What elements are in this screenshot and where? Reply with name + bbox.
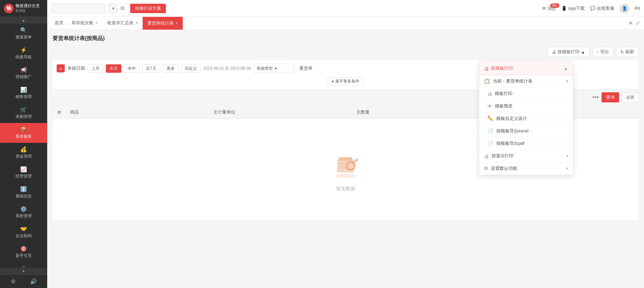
tab-order-summary[interactable]: 要货单统计表 × — [143, 17, 183, 30]
messages-btn[interactable]: ✉ 消息 99+ — [542, 5, 556, 11]
display-print-label: 按显示打印 — [492, 153, 514, 159]
sidebar-audio-icon[interactable]: 🔊 — [30, 278, 37, 285]
expand-more-btn[interactable]: ▾ 展开更多条件 — [327, 77, 364, 86]
tab-inventory-batch-close[interactable]: × — [95, 21, 98, 25]
sidebar-nav: 🔍 搜索菜单 ⚡ 快捷导航 📢 营销推广 📊 销售管理 🛒 采购管理 📦 库存核… — [0, 24, 47, 268]
tab-receivable-summary[interactable]: 收发存汇总表 × — [103, 17, 143, 30]
order-type-select[interactable]: 单据类型 ▾ — [254, 64, 294, 73]
print-chevron-up-icon: ▲ — [581, 50, 585, 55]
dropdown-item-template-preview[interactable]: 👁 模板预览 — [479, 100, 573, 113]
dropdown-item-export-excel[interactable]: 📄 按模板导出excel — [479, 125, 573, 137]
order-type-label: 单据类型 — [257, 66, 273, 71]
export-icon: ↑ — [597, 50, 599, 55]
tab-inventory-batch[interactable]: 库存批次账 × — [67, 17, 103, 30]
more-actions-icon[interactable]: ••• — [592, 94, 599, 101]
col-settings[interactable]: ⚙ — [53, 106, 66, 118]
sidebar-settings-icon[interactable]: ⚙ — [11, 278, 16, 285]
col-product: 商品 — [66, 106, 209, 119]
print-icon: 🖨 — [552, 50, 556, 55]
app-subtitle: 标准版 — [16, 8, 40, 13]
sidebar-item-label: 基础信息 — [16, 193, 32, 199]
quick-nav-icon: ⚡ — [20, 47, 27, 53]
date-btn-current-year[interactable]: 本年 — [124, 64, 140, 73]
avatar[interactable]: 👤 — [620, 4, 629, 13]
export-excel-label: 按模板导出excel — [496, 128, 528, 134]
trial-btn[interactable]: 体验行业方案 — [130, 4, 166, 13]
export-btn[interactable]: ↑ 导出 — [592, 47, 614, 57]
messages-badge: 99+ — [550, 3, 559, 8]
app-download-label: App下载 — [568, 5, 585, 11]
operations-icon: 📈 — [20, 166, 27, 172]
display-print-section[interactable]: 🖨 按显示打印 ▾ — [479, 150, 573, 162]
topbar-search-input[interactable] — [51, 4, 105, 13]
query-btn[interactable]: 查询 — [602, 92, 619, 102]
sidebar-item-label: 搜索菜单 — [16, 34, 32, 40]
tab-receivable-summary-close[interactable]: × — [136, 21, 138, 25]
svg-rect-2 — [339, 157, 352, 161]
sidebar-item-enterprise[interactable]: 🤝 企业协同 — [0, 222, 47, 242]
sidebar-item-app-center[interactable]: 📱 应用中心 — [0, 262, 47, 268]
col-unit: 主计量单位 — [209, 106, 353, 119]
set-default-section[interactable]: ⚙ 设置默认功能 ▾ — [479, 162, 573, 175]
sidebar-item-label: 企业协同 — [16, 233, 32, 239]
date-btn-custom[interactable]: 自定义 — [181, 64, 201, 73]
sidebar-item-label: 系统管理 — [16, 213, 32, 219]
guide-icon: 🎯 — [20, 246, 27, 252]
settings-btn[interactable]: 设置 — [622, 93, 639, 102]
sidebar-item-guide[interactable]: 🎯 新手引导 — [0, 242, 47, 262]
online-service-btn[interactable]: 💬 在线客服 — [590, 5, 614, 11]
template-design-label: 模板自定义设计 — [496, 116, 527, 122]
message-icon: ✉ — [542, 6, 546, 11]
dropdown-header: 🖨 按模板打印 ▲ — [479, 62, 573, 75]
page-content: 要货单统计表(按商品) 🖨 按模板打印 ▲ ↑ 导出 ↻ 刷新 » 单据日期 上… — [47, 30, 644, 288]
chevron-down-icon: ▾ — [112, 6, 114, 11]
tab-order-summary-label: 要货单统计表 — [147, 20, 174, 26]
sidebar-item-basic-info[interactable]: ℹ️ 基础信息 — [0, 183, 47, 202]
print-btn[interactable]: 🖨 按模板打印 ▲ — [548, 47, 590, 57]
date-btn-more[interactable]: 更多 — [163, 64, 178, 73]
sidebar-item-sales[interactable]: 📊 销售管理 — [0, 83, 47, 103]
dropdown-header-chevron[interactable]: ▲ — [563, 66, 568, 71]
avatar-icon: 👤 — [622, 6, 627, 11]
filter-expand-icon[interactable]: » — [57, 64, 65, 72]
sidebar-item-finance[interactable]: 💰 资金管理 — [0, 143, 47, 163]
set-default-icon: ⚙ — [484, 165, 488, 171]
dropdown-item-template-print[interactable]: 🖨 模板打印 — [479, 88, 573, 100]
current-template-section[interactable]: 📋 当前：要货单统计表 ▾ — [479, 75, 573, 88]
print-header-icon: 🖨 — [484, 66, 489, 71]
topbar-gear-icon[interactable]: ⚙ — [120, 5, 125, 11]
tab-maximize-btn[interactable]: ⤢ — [636, 20, 640, 26]
sidebar-item-operations[interactable]: 📈 经营管理 — [0, 163, 47, 183]
sidebar-item-label: 新手引导 — [16, 253, 32, 259]
search-icon: 🔍 — [20, 27, 27, 33]
date-btn-prev-month[interactable]: 上月 — [88, 64, 103, 73]
current-template-arrow: ▾ — [566, 79, 568, 84]
date-btn-current-month[interactable]: 本月 — [106, 64, 121, 73]
refresh-btn[interactable]: ↻ 刷新 — [616, 47, 639, 57]
sidebar-item-label: 快捷导航 — [16, 54, 32, 60]
sidebar-scroll-up[interactable]: ▲ — [0, 17, 47, 24]
sidebar-item-system[interactable]: ⚙️ 系统管理 — [0, 202, 47, 222]
date-range-display: 2023-06-01 至 2023-06-30 — [203, 66, 251, 71]
sidebar-item-purchase[interactable]: 🛒 采购管理 — [0, 103, 47, 123]
sidebar-scroll-down[interactable]: ▼ — [0, 268, 47, 275]
sidebar-item-inventory[interactable]: 📦 库存核算 — [0, 123, 47, 143]
topbar-dropdown[interactable]: ▾ — [108, 4, 117, 13]
set-default-label: 设置默认功能 — [491, 165, 517, 171]
current-template-left: 📋 当前：要货单统计表 — [484, 78, 532, 84]
tab-close-btn[interactable]: ✕ — [628, 20, 633, 26]
tab-home[interactable]: 首页 — [51, 17, 67, 30]
app-download-btn[interactable]: 📱 App下载 — [561, 5, 585, 11]
basic-info-icon: ℹ️ — [20, 186, 27, 192]
date-btn-7days[interactable]: 近7天 — [142, 64, 160, 73]
page-title: 要货单统计表(按商品) — [53, 35, 639, 42]
tab-order-summary-close[interactable]: × — [176, 21, 178, 26]
sidebar-item-label: 资金管理 — [16, 154, 32, 159]
sidebar-item-marketing[interactable]: 📢 营销推广 — [0, 63, 47, 83]
sidebar-item-quick-nav[interactable]: ⚡ 快捷导航 — [0, 43, 47, 63]
main-area: ▾ ⚙ 体验行业方案 ✉ 消息 99+ 📱 App下载 💬 在线客服 👤 Rit — [47, 0, 644, 288]
sidebar-bottom: ⚙ 🔊 — [0, 275, 47, 288]
dropdown-item-template-design[interactable]: ✏️ 模板自定义设计 — [479, 113, 573, 125]
dropdown-item-export-pdf[interactable]: 📄 按模板导出pdf — [479, 137, 573, 150]
sidebar-item-search[interactable]: 🔍 搜索菜单 — [0, 24, 47, 43]
